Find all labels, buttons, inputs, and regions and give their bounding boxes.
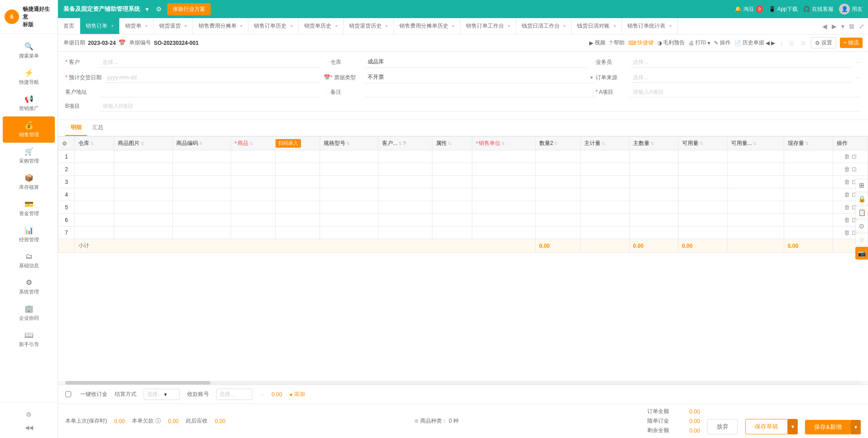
sidebar-item-inventory[interactable]: 📦 库存核算 bbox=[0, 169, 58, 195]
cell-scan-4[interactable] bbox=[276, 188, 320, 201]
user-menu[interactable]: 👤 用友 bbox=[839, 4, 863, 14]
cell-custcode-1[interactable] bbox=[378, 150, 432, 163]
right-tool-2[interactable]: 🔒 bbox=[855, 193, 868, 205]
cell-code-5[interactable] bbox=[173, 201, 231, 214]
tab-sales-expense[interactable]: 销售费用分摊单 × bbox=[193, 18, 249, 34]
cell-unit-2[interactable] bbox=[472, 163, 535, 176]
save-new-arrow-btn[interactable]: ▾ bbox=[851, 420, 861, 434]
cell-custcode-4[interactable] bbox=[378, 188, 432, 201]
cell-avail2-4[interactable] bbox=[727, 188, 784, 201]
cell-attr-1[interactable] bbox=[432, 150, 472, 163]
history-nav-prev[interactable]: ◀ bbox=[766, 40, 770, 46]
topbar-settings-icon[interactable]: ⚙ bbox=[154, 4, 164, 14]
tab-prev-icon[interactable]: ◀ bbox=[820, 21, 829, 32]
cell-stock-7[interactable] bbox=[784, 226, 833, 239]
tab-daily-account[interactable]: 钱货日清对账 × bbox=[572, 18, 622, 34]
sort-icon-img[interactable]: ⇅ bbox=[141, 141, 144, 146]
cell-product-7[interactable] bbox=[231, 226, 276, 239]
cell-avail2-7[interactable] bbox=[727, 226, 784, 239]
cell-product-6[interactable] bbox=[231, 214, 276, 226]
row-copy-2[interactable]: ⊡ bbox=[852, 166, 857, 173]
cell-avail-6[interactable] bbox=[678, 214, 727, 226]
sort-icon-stock[interactable]: ⇅ bbox=[805, 141, 809, 146]
cell-code-3[interactable] bbox=[173, 176, 231, 188]
th-settings-icon[interactable]: ⚙ bbox=[62, 140, 67, 147]
cell-custcode-2[interactable] bbox=[378, 163, 432, 176]
right-tool-5[interactable]: ☆ bbox=[855, 233, 868, 246]
cell-mainunit-4[interactable] bbox=[580, 188, 629, 201]
payment-method-select[interactable]: 选择... ▾ bbox=[144, 389, 180, 400]
sort-icon-unit[interactable]: ⇅ bbox=[501, 141, 505, 146]
help-action[interactable]: ? 帮助 bbox=[609, 39, 625, 47]
cell-img-1[interactable] bbox=[114, 150, 173, 163]
cell-spec-2[interactable] bbox=[320, 163, 378, 176]
cell-qty2-5[interactable] bbox=[535, 201, 580, 214]
tab-sales-order-close[interactable]: × bbox=[111, 24, 114, 29]
sort-icon-product[interactable]: ⇅ bbox=[249, 141, 253, 146]
cell-unit-6[interactable] bbox=[472, 214, 535, 226]
cell-scan-6[interactable] bbox=[276, 214, 320, 226]
cell-spec-3[interactable] bbox=[320, 176, 378, 188]
tab-sales-return[interactable]: 销货单 × bbox=[120, 18, 154, 34]
cell-avail-2[interactable] bbox=[678, 163, 727, 176]
tab-sales-order[interactable]: 销售订单 × bbox=[80, 18, 120, 34]
sort-icon-custcode[interactable]: ⇅ bbox=[398, 141, 402, 146]
cell-mainqty-1[interactable] bbox=[629, 150, 678, 163]
address-dots[interactable]: ··· bbox=[326, 89, 330, 96]
cell-attr-6[interactable] bbox=[432, 214, 472, 226]
tab-sales-workbench-close[interactable]: × bbox=[508, 24, 510, 29]
cell-product-4[interactable] bbox=[231, 188, 276, 201]
profit-action[interactable]: ◑ 毛利预告 bbox=[657, 39, 685, 47]
help-icon-custcode[interactable]: ? bbox=[403, 140, 406, 147]
row-delete-7[interactable]: 🗑 bbox=[844, 229, 850, 236]
cell-warehouse-1[interactable] bbox=[75, 150, 114, 163]
setting-btn[interactable]: ⚙ 设置 bbox=[811, 37, 836, 48]
sidebar-item-sales[interactable]: 💰 销售管理 bbox=[3, 116, 55, 143]
cell-attr-3[interactable] bbox=[432, 176, 472, 188]
sidebar-item-finance[interactable]: 💳 资金管理 bbox=[0, 195, 58, 221]
cell-stock-5[interactable] bbox=[784, 201, 833, 214]
sort-icon-attr[interactable]: ⇅ bbox=[448, 141, 451, 146]
save-draft-arrow-btn[interactable]: ▾ bbox=[788, 419, 798, 434]
tab-refund-history[interactable]: 销货退货历史 × bbox=[344, 18, 394, 34]
note-input[interactable] bbox=[365, 87, 596, 97]
cell-qty2-6[interactable] bbox=[535, 214, 580, 226]
sidebar-collapse-btn[interactable]: ◀◀ bbox=[0, 422, 58, 433]
cell-avail-4[interactable] bbox=[678, 188, 727, 201]
tab-close-all-icon[interactable]: ⊠ bbox=[847, 21, 856, 32]
th-settings[interactable]: ⚙ bbox=[58, 137, 75, 150]
cell-unit-3[interactable] bbox=[472, 176, 535, 188]
one-click-checkbox[interactable] bbox=[65, 391, 71, 397]
cell-spec-1[interactable] bbox=[320, 150, 378, 163]
cell-unit-5[interactable] bbox=[472, 201, 535, 214]
row-copy-1[interactable]: ⊡ bbox=[852, 153, 857, 160]
ops-action[interactable]: ✎ 操作 bbox=[714, 39, 731, 47]
cell-scan-3[interactable] bbox=[276, 176, 320, 188]
cell-attr-2[interactable] bbox=[432, 163, 472, 176]
sidebar-item-operations[interactable]: 📊 经营管理 bbox=[0, 221, 58, 248]
salesperson-dots[interactable]: ··· bbox=[856, 59, 861, 65]
shortcut-action[interactable]: ⌨ 快捷键 bbox=[628, 39, 654, 47]
cell-stock-3[interactable] bbox=[784, 176, 833, 188]
cell-qty2-3[interactable] bbox=[535, 176, 580, 188]
tab-return-history[interactable]: 销货单历史 × bbox=[299, 18, 344, 34]
a-project-input[interactable] bbox=[630, 87, 861, 97]
delivery-date-calendar-icon[interactable]: 📅 bbox=[324, 74, 330, 81]
cell-stock-4[interactable] bbox=[784, 188, 833, 201]
add-item-btn[interactable]: + 物流 bbox=[840, 38, 863, 48]
cell-mainunit-7[interactable] bbox=[580, 226, 629, 239]
row-delete-2[interactable]: 🗑 bbox=[844, 166, 850, 173]
cell-attr-5[interactable] bbox=[432, 201, 472, 214]
history-nav-next[interactable]: ▶ bbox=[771, 40, 775, 46]
cell-qty2-1[interactable] bbox=[535, 150, 580, 163]
cell-img-3[interactable] bbox=[114, 176, 173, 188]
save-draft-btn[interactable]: 保存草稿 bbox=[745, 419, 788, 434]
cell-avail2-5[interactable] bbox=[727, 201, 784, 214]
row-delete-5[interactable]: 🗑 bbox=[844, 204, 850, 211]
cell-custcode-6[interactable] bbox=[378, 214, 432, 226]
sort-icon-warehouse[interactable]: ⇅ bbox=[90, 141, 94, 146]
cell-mainqty-2[interactable] bbox=[629, 163, 678, 176]
tab-sales-workbench[interactable]: 销售订单工作台 × bbox=[461, 18, 516, 34]
address-input[interactable] bbox=[100, 87, 321, 97]
cell-stock-6[interactable] bbox=[784, 214, 833, 226]
